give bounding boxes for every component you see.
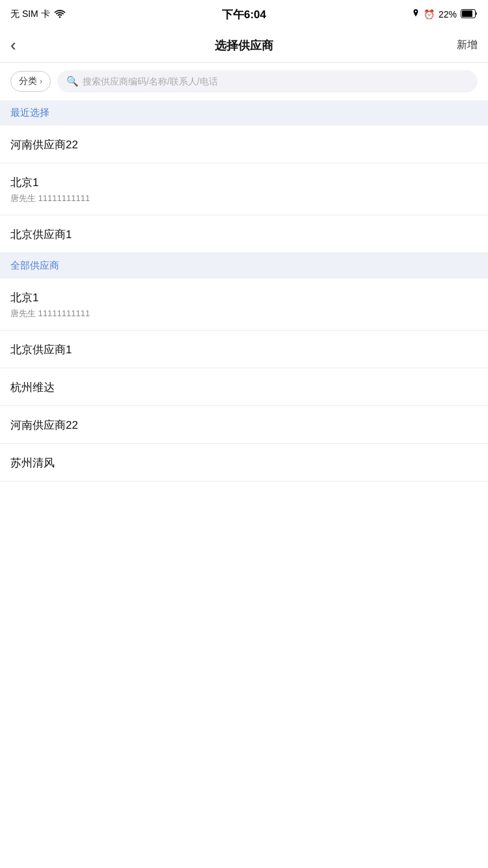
item-name: 北京1	[10, 290, 478, 305]
battery-text: 22%	[439, 9, 457, 20]
item-name: 河南供应商22	[10, 137, 478, 152]
back-button[interactable]: ‹	[10, 35, 36, 55]
svg-rect-1	[462, 10, 472, 17]
search-box[interactable]: 🔍	[57, 70, 478, 92]
item-name: 北京1	[10, 175, 478, 190]
all-section-header: 全部供应商	[0, 253, 488, 278]
recent-list-item[interactable]: 北京1唐先生 11111111111	[0, 163, 488, 215]
all-list-item[interactable]: 河南供应商22	[0, 406, 488, 444]
alarm-icon: ⏰	[424, 9, 435, 20]
all-list-item[interactable]: 北京1唐先生 11111111111	[0, 278, 488, 331]
status-bar: 无 SIM 卡 下午6:04 ⏰ 22%	[0, 0, 488, 29]
filter-bar: 分类 › 🔍	[0, 62, 488, 100]
battery-icon	[461, 9, 478, 20]
status-right: ⏰ 22%	[412, 9, 478, 20]
search-icon: 🔍	[66, 75, 79, 87]
item-name: 北京供应商1	[10, 227, 478, 242]
item-name: 杭州维达	[10, 380, 478, 395]
item-name: 苏州清风	[10, 455, 478, 470]
item-name: 河南供应商22	[10, 418, 478, 433]
recent-list-item[interactable]: 河南供应商22	[0, 126, 488, 163]
recent-section-header: 最近选择	[0, 100, 488, 126]
recent-items-list: 河南供应商22北京1唐先生 11111111111北京供应商1	[0, 126, 488, 253]
all-items-list: 北京1唐先生 11111111111北京供应商1杭州维达河南供应商22苏州清风	[0, 278, 488, 481]
recent-section-label: 最近选择	[10, 107, 49, 118]
all-list-item[interactable]: 北京供应商1	[0, 331, 488, 368]
nav-bar: ‹ 选择供应商 新增	[0, 29, 488, 62]
item-sub: 唐先生 11111111111	[10, 308, 478, 319]
search-input[interactable]	[83, 76, 468, 87]
all-section-label: 全部供应商	[10, 260, 59, 271]
location-icon	[412, 9, 420, 20]
status-left: 无 SIM 卡	[10, 8, 66, 20]
no-sim-text: 无 SIM 卡	[10, 8, 50, 20]
new-button[interactable]: 新增	[452, 38, 478, 52]
page-title: 选择供应商	[36, 38, 452, 53]
recent-list-item[interactable]: 北京供应商1	[0, 215, 488, 253]
wifi-icon	[54, 9, 66, 20]
category-label: 分类	[19, 75, 37, 87]
item-sub: 唐先生 11111111111	[10, 193, 478, 204]
chevron-right-icon: ›	[40, 77, 42, 86]
all-list-item[interactable]: 杭州维达	[0, 368, 488, 406]
item-name: 北京供应商1	[10, 342, 478, 357]
all-list-item[interactable]: 苏州清风	[0, 444, 488, 481]
category-filter[interactable]: 分类 ›	[10, 71, 51, 92]
status-time: 下午6:04	[222, 7, 266, 22]
